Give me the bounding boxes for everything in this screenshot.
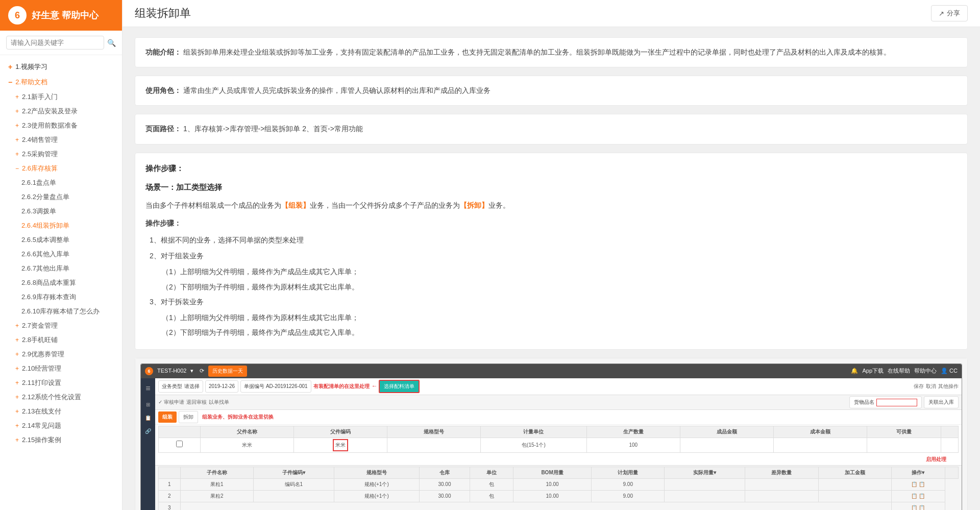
lcol-plan: 计划用量 bbox=[592, 467, 665, 479]
cell-fcosttotal1 bbox=[773, 438, 867, 453]
sidebar-item-sales[interactable]: + 2.4销售管理 bbox=[0, 133, 122, 147]
sidebar-item-cost-adjust[interactable]: 2.6.5成本调整单 bbox=[0, 233, 122, 247]
sidebar-item-faq[interactable]: + 2.14常见问题 bbox=[0, 419, 122, 433]
lower-table: 子件名称 子件编码▾ 规格型号 仓库 单位 BOM用量 计划用量 实际用量▾ bbox=[158, 467, 959, 510]
sidebar-item-other-out[interactable]: 2.6.7其他出库单 bbox=[0, 261, 122, 276]
lrow2-plan: 9.00 bbox=[592, 491, 665, 502]
sidebar-item-assembly[interactable]: 2.6.4组装拆卸单 bbox=[0, 218, 122, 233]
col-fqty: 计量单位 bbox=[480, 426, 586, 438]
lcol-bom: BOM用量 bbox=[513, 467, 592, 479]
lrow2-op[interactable]: 📋 📋 bbox=[891, 491, 945, 502]
sidebar-item-data[interactable]: + 2.3使用前数据准备 bbox=[0, 118, 122, 133]
expand-icon-coupon: + bbox=[15, 351, 19, 358]
assembly-tab[interactable]: 组装 bbox=[158, 411, 177, 423]
app-nav-icon3[interactable]: 📋 bbox=[145, 414, 151, 423]
scene1-desc: 当由多个子件材料组装成一个成品的业务为【组装】业务，当由一个父件拆分成多个子产品… bbox=[145, 199, 957, 212]
sidebar-item-inventory[interactable]: − 2.6库存核算 bbox=[0, 161, 122, 176]
annotation2-text: 组装业务、拆卸业务在这里切换 bbox=[202, 412, 274, 422]
lrow1-diff bbox=[745, 479, 818, 491]
app-nav-icon4[interactable]: 🔗 bbox=[145, 427, 151, 436]
expand-icon-purchase: + bbox=[15, 151, 19, 158]
sidebar-header: 6 好生意 帮助中心 bbox=[0, 0, 122, 31]
sidebar-item-coupon[interactable]: + 2.9优惠券管理 bbox=[0, 347, 122, 361]
sidebar-item-mobile[interactable]: + 2.8手机旺铺 bbox=[0, 333, 122, 347]
app-toolbar: 业务类型 请选择 2019-12-26 单据编号 AD-20191226-001… bbox=[155, 378, 962, 395]
toolbar-btn-selected[interactable]: 选择配料清单 bbox=[379, 380, 420, 393]
chrome-logo: 6 bbox=[145, 367, 153, 375]
app-main-content: 业务类型 请选择 2019-12-26 单据编号 AD-20191226-001… bbox=[155, 378, 962, 510]
lrow1-bom: 10.00 bbox=[513, 479, 592, 491]
sidebar-item-adjust[interactable]: 2.6.3调拨单 bbox=[0, 204, 122, 218]
sidebar-item-stock-take[interactable]: 2.6.1盘点单 bbox=[0, 176, 122, 190]
content-area: 功能介绍： 组装拆卸单用来处理企业组装或拆卸等加工业务，支持有固定装配清单的产品… bbox=[122, 27, 980, 510]
expand-icon-sales: + bbox=[15, 136, 19, 143]
app-nav-icon2[interactable]: ⊞ bbox=[146, 400, 150, 409]
lrow1-code: 编码名1 bbox=[253, 479, 334, 491]
step1: 1、根据不同的业务，选择不同单据的类型来处理 bbox=[150, 234, 957, 247]
step2: 2、对于组装业务 bbox=[150, 250, 957, 262]
sidebar-item-other-in[interactable]: 2.6.6其他入库单 bbox=[0, 247, 122, 261]
sidebar-item-print[interactable]: + 2.11打印设置 bbox=[0, 376, 122, 390]
lrow2-bom: 10.00 bbox=[513, 491, 592, 502]
sidebar-item-docs[interactable]: − 2.帮助文档 bbox=[0, 75, 122, 90]
lrow2-actual bbox=[665, 491, 745, 502]
col-fstock: 可供量 bbox=[867, 426, 941, 438]
path-card: 页面路径： 1、库存核算->库存管理->组装拆卸单 2、首页->常用功能 bbox=[135, 114, 968, 144]
sidebar-item-ops[interactable]: + 2.10经营管理 bbox=[0, 361, 122, 376]
subtoolbar-label3: 以单找单 bbox=[209, 398, 229, 407]
app-title: 好生意 帮助中心 bbox=[32, 9, 99, 21]
expand-icon-ops: + bbox=[15, 365, 19, 372]
sidebar-item-finance[interactable]: + 2.7资金管理 bbox=[0, 319, 122, 333]
search-input[interactable] bbox=[6, 36, 104, 50]
cell-check1[interactable] bbox=[159, 438, 201, 453]
cell-fcode1: 米米 bbox=[294, 438, 387, 453]
app-nav-icon1[interactable]: ≡ bbox=[145, 381, 150, 396]
sidebar-item-install[interactable]: + 2.2产品安装及登录 bbox=[0, 104, 122, 118]
sidebar-item-error[interactable]: 2.6.10库存账本错了怎么办 bbox=[0, 304, 122, 319]
step3-sub2: （2）下部明细为子件明细，最终作为产成品生成其它入库单。 bbox=[162, 326, 957, 339]
intro-text: 组装拆卸单用来处理企业组装或拆卸等加工业务，支持有固定装配清单的产品加工业务，也… bbox=[183, 48, 891, 56]
disassembly-tab[interactable]: 拆卸 bbox=[179, 411, 198, 423]
steps-label: 操作步骤： bbox=[145, 217, 957, 230]
upper-table-row1: 米米 米米 包(15-1个) 100 bbox=[159, 438, 959, 453]
lrow1-actual bbox=[665, 479, 745, 491]
subtoolbar-search[interactable]: 货物品名 bbox=[849, 396, 922, 408]
lrow1-cost bbox=[818, 479, 891, 491]
lrow1-op[interactable]: 📋 📋 bbox=[891, 479, 945, 491]
lcol-check bbox=[159, 467, 181, 479]
topbar: 组装拆卸单 ↗ 分享 bbox=[122, 0, 980, 27]
toolbar-type-selector[interactable]: 业务类型 请选择 bbox=[158, 380, 203, 393]
cell-fstock1 bbox=[867, 438, 941, 453]
lower-table-body: 1 果粒1 编码名1 规格(+1个) 30.00 包 10.00 9.00 bbox=[159, 479, 959, 510]
role-card: 使用角色： 通常由生产人员或库管人员完成拆装业务的操作，库管人员确认原材料的出库… bbox=[135, 76, 968, 106]
chrome-btn1[interactable]: 历史数据一天 bbox=[208, 366, 247, 377]
subtoolbar-confirm[interactable]: 关联出入库 bbox=[924, 396, 959, 408]
intro-title: 功能介绍： bbox=[145, 48, 181, 56]
sidebar-item-cases[interactable]: + 2.15操作案例 bbox=[0, 433, 122, 447]
row1-checkbox[interactable] bbox=[176, 441, 183, 447]
chrome-center: 帮助中心 bbox=[914, 366, 937, 376]
lrow3-op[interactable]: 📋 📋 bbox=[891, 502, 945, 510]
sidebar-item-partial-stock[interactable]: 2.6.2分量盘点单 bbox=[0, 190, 122, 204]
col-fspec: 规格型号 bbox=[387, 426, 481, 438]
sidebar-item-custom[interactable]: + 2.12系统个性化设置 bbox=[0, 390, 122, 404]
sidebar-item-newbie[interactable]: + 2.1新手入门 bbox=[0, 90, 122, 104]
cell-fcost1 bbox=[680, 438, 773, 453]
sidebar-item-purchase[interactable]: + 2.5采购管理 bbox=[0, 147, 122, 161]
sidebar-item-ledger[interactable]: 2.6.9库存账本查询 bbox=[0, 290, 122, 304]
sidebar-item-cost-calc[interactable]: 2.6.8商品成本重算 bbox=[0, 276, 122, 290]
share-button[interactable]: ↗ 分享 bbox=[931, 5, 968, 21]
sidebar-item-video[interactable]: + 1.视频学习 bbox=[0, 59, 122, 75]
steps-title: 操作步骤： bbox=[145, 161, 957, 175]
upper-table: 父件名称 父件编码 规格型号 计量单位 生产数量 成品金额 成本金额 可供量 bbox=[158, 426, 959, 453]
lrow1-plan: 9.00 bbox=[592, 479, 665, 491]
nav-tree: + 1.视频学习 − 2.帮助文档 + 2.1新手入门 + 2.2产品安装及登录 bbox=[0, 55, 122, 510]
lcol-code: 子件编码▾ bbox=[253, 467, 334, 479]
sidebar-item-payment[interactable]: + 2.13在线支付 bbox=[0, 404, 122, 419]
cell-fname1: 米米 bbox=[201, 438, 294, 453]
expand-icon-print: + bbox=[15, 379, 19, 386]
lrow1-qty: 包 bbox=[470, 479, 513, 491]
search-icon[interactable]: 🔍 bbox=[107, 39, 116, 47]
goods-search-input[interactable] bbox=[876, 399, 917, 406]
lrow3-empty bbox=[180, 502, 891, 510]
